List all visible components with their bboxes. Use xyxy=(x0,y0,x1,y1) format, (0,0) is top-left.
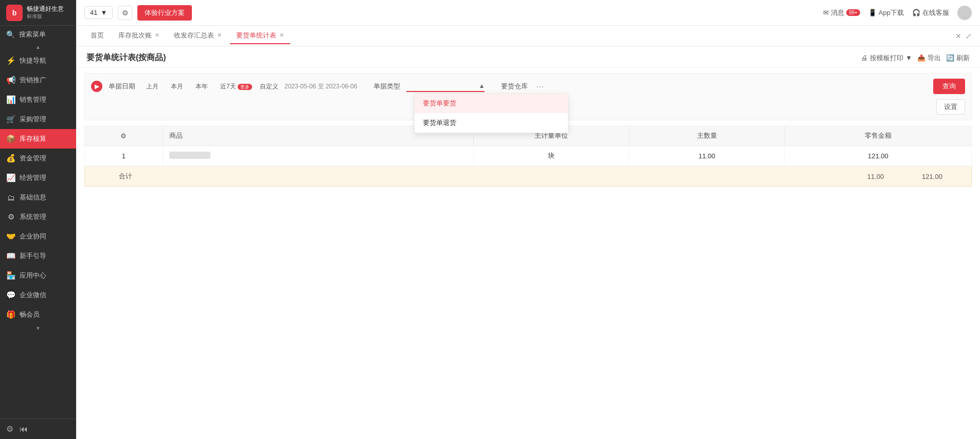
online-service-button[interactable]: 🎧 在线客服 xyxy=(912,8,949,17)
filter-row: ▶ 单据日期 上月 本月 本年 近7天 更多 自定义 2023-05-06 至 … xyxy=(91,79,965,94)
table-footer: 合计 11.00 121.00 xyxy=(84,167,972,187)
date-range-display: 2023-05-06 至 2023-06-06 xyxy=(284,82,357,91)
store-dropdown-icon: ▼ xyxy=(100,9,107,16)
system-icon: ⚙ xyxy=(6,212,15,222)
col-qty-header: 主数量 xyxy=(629,126,785,146)
tab-inventory-batch-close[interactable]: ✕ xyxy=(155,32,159,38)
footer-qty: 11.00 xyxy=(850,173,901,180)
print-icon: 🖨 xyxy=(861,54,868,62)
dropdown-option-1-label: 要货单退货 xyxy=(423,119,456,126)
print-dropdown-icon: ▼ xyxy=(905,54,912,62)
sidebar-item-wechat[interactable]: 💬 企业微信 xyxy=(0,285,76,305)
type-dropdown-menu: 要货单要货 要货单退货 xyxy=(414,93,568,133)
sidebar-settings-icon[interactable]: ⚙ xyxy=(6,424,13,434)
tab-order-stats-close[interactable]: ✕ xyxy=(279,32,284,38)
cell-product xyxy=(163,146,474,166)
type-filter-input[interactable] xyxy=(406,81,478,91)
sales-icon: 📊 xyxy=(6,95,15,104)
topbar-gear-button[interactable]: ⚙ xyxy=(118,6,132,20)
tab-inventory-batch[interactable]: 库存批次账 ✕ xyxy=(112,28,166,44)
sidebar-item-marketing[interactable]: 📢 营销推广 xyxy=(0,70,76,90)
tabs-expand-icon[interactable]: ⤢ xyxy=(966,32,972,40)
app-download-button[interactable]: 📱 App下载 xyxy=(868,8,904,17)
logo-area: b 畅捷通好生意 标准版 xyxy=(0,0,76,26)
sidebar-item-finance[interactable]: 💰 资金管理 xyxy=(0,149,76,168)
sidebar-item-label-system: 系统管理 xyxy=(20,212,46,222)
trial-button[interactable]: 体验行业方案 xyxy=(137,5,192,21)
sidebar-item-member[interactable]: 🎁 畅会员 xyxy=(0,305,76,324)
sidebar-item-label-wechat: 企业微信 xyxy=(20,290,46,300)
sidebar-item-shortcut[interactable]: ⚡ 快捷导航 xyxy=(0,51,76,70)
table-body: 1 块 11.00 121.00 xyxy=(85,146,971,166)
date-this-month-btn[interactable]: 本月 xyxy=(166,81,188,93)
message-icon: ✉ xyxy=(823,9,829,16)
topbar-right: ✉ 消息 99+ 📱 App下载 🎧 在线客服 xyxy=(823,6,972,20)
tab-home[interactable]: 首页 xyxy=(84,28,110,44)
messages-button[interactable]: ✉ 消息 99+ xyxy=(823,8,860,17)
date-this-year-btn[interactable]: 本年 xyxy=(191,81,212,93)
filter-expand-button[interactable]: ▶ xyxy=(91,81,102,92)
cell-qty: 11.00 xyxy=(629,146,785,166)
search-icon: 🔍 xyxy=(6,30,15,39)
col-settings[interactable]: ⚙ xyxy=(85,126,163,146)
sidebar-item-guide[interactable]: 📖 新手引导 xyxy=(0,246,76,266)
export-icon: 📤 xyxy=(917,54,925,62)
tab-home-label: 首页 xyxy=(91,31,104,40)
content-area: 要货单统计表(按商品) 🖨 按模板打印 ▼ 📤 导出 🔄 刷新 xyxy=(76,46,980,439)
tab-summary-close[interactable]: ✕ xyxy=(217,32,222,38)
store-selector[interactable]: 41 ▼ xyxy=(84,6,113,19)
gear-icon: ⚙ xyxy=(122,9,129,17)
sidebar-item-system[interactable]: ⚙ 系统管理 xyxy=(0,207,76,227)
online-service-label: 在线客服 xyxy=(922,8,949,17)
tab-summary[interactable]: 收发存汇总表 ✕ xyxy=(168,28,228,44)
print-button[interactable]: 🖨 按模板打印 ▼ xyxy=(861,53,912,63)
app-name: 畅捷通好生意 xyxy=(27,5,64,13)
type-dropdown-icon[interactable]: ▲ xyxy=(478,82,485,89)
purchase-icon: 🛒 xyxy=(6,115,15,124)
sidebar-item-inventory[interactable]: 📦 库存核算 xyxy=(0,129,76,149)
settings-button[interactable]: 设置 xyxy=(936,99,965,115)
finance-icon: 💰 xyxy=(6,154,15,163)
guide-icon: 📖 xyxy=(6,251,15,261)
date-7days-btn[interactable]: 近7天 更多 xyxy=(216,81,257,93)
tabs-close-all[interactable]: ✕ xyxy=(955,32,961,40)
date-prev-month-btn[interactable]: 上月 xyxy=(141,81,163,93)
tab-inventory-batch-label: 库存批次账 xyxy=(118,31,152,40)
sidebar-item-search[interactable]: 🔍 搜索菜单 xyxy=(0,26,76,43)
sidebar-item-basic[interactable]: 🗂 基础信息 xyxy=(0,188,76,207)
messages-badge: 99+ xyxy=(846,9,860,16)
dropdown-option-1[interactable]: 要货单退货 xyxy=(415,113,568,133)
export-button[interactable]: 📤 导出 xyxy=(917,53,941,63)
tab-summary-label: 收发存汇总表 xyxy=(174,31,214,40)
dropdown-option-0-label: 要货单要货 xyxy=(423,99,456,107)
page-actions: 🖨 按模板打印 ▼ 📤 导出 🔄 刷新 xyxy=(861,53,970,63)
warehouse-more-icon[interactable]: ··· xyxy=(536,81,544,92)
dropdown-option-0[interactable]: 要货单要货 xyxy=(415,94,568,113)
topbar: 41 ▼ ⚙ 体验行业方案 ✉ 消息 99+ 📱 App下载 🎧 在线客服 xyxy=(76,0,980,26)
cell-index: 1 xyxy=(85,146,163,166)
query-button[interactable]: 查询 xyxy=(933,79,965,94)
user-avatar[interactable] xyxy=(957,6,972,20)
tab-order-stats[interactable]: 要货单统计表 ✕ xyxy=(230,28,290,44)
footer-label: 合计 xyxy=(119,172,798,181)
refresh-button[interactable]: 🔄 刷新 xyxy=(946,53,970,63)
sidebar-item-label-sales: 销售管理 xyxy=(20,95,46,104)
topbar-left: 41 ▼ ⚙ 体验行业方案 xyxy=(84,5,192,21)
store-name: 41 xyxy=(90,9,97,16)
sidebar-scroll-up[interactable]: ▲ xyxy=(0,43,76,51)
date-custom-btn[interactable]: 自定义 xyxy=(260,82,278,91)
sidebar-item-purchase[interactable]: 🛒 采购管理 xyxy=(0,109,76,129)
sidebar-item-business[interactable]: 📈 经营管理 xyxy=(0,168,76,188)
sidebar-item-label-basic: 基础信息 xyxy=(20,193,46,202)
sidebar-item-sales[interactable]: 📊 销售管理 xyxy=(0,90,76,109)
sidebar-search-label: 搜索菜单 xyxy=(19,30,46,39)
export-label: 导出 xyxy=(928,53,941,63)
wechat-icon: 💬 xyxy=(6,290,15,300)
sidebar-scroll-down[interactable]: ▼ xyxy=(0,324,76,332)
inventory-icon: 📦 xyxy=(6,134,15,143)
sidebar-item-collab[interactable]: 🤝 企业协同 xyxy=(0,227,76,246)
sidebar-item-apps[interactable]: 🏪 应用中心 xyxy=(0,266,76,285)
type-filter-input-group: ▲ xyxy=(406,81,485,92)
sidebar-item-label-business: 经营管理 xyxy=(20,173,46,182)
sidebar-collapse-icon[interactable]: ⏮ xyxy=(20,425,28,434)
